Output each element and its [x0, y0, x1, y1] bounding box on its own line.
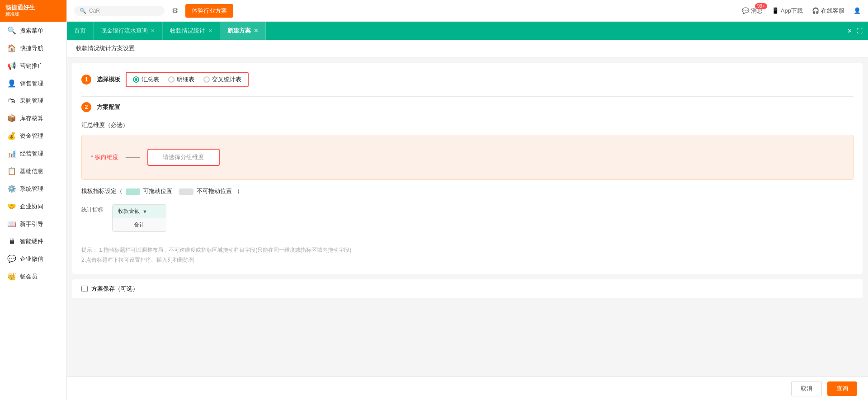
message-icon: 💬 [742, 7, 749, 14]
online-service-btn[interactable]: 🎧 在线客服 [812, 7, 844, 15]
radio-summary-circle [133, 76, 139, 83]
close-tab-cashflow-icon[interactable]: ✕ [151, 28, 155, 34]
group-dim-input[interactable]: 请选择分组维度 [147, 149, 220, 166]
radio-detail[interactable]: 明细表 [168, 75, 194, 84]
radio-summary-label: 汇总表 [142, 75, 159, 84]
indicator-col-total: 合计 [113, 218, 166, 231]
sidebar-item-marketing[interactable]: 📢 营销推广 [0, 57, 66, 75]
online-service-label: 在线客服 [821, 7, 844, 15]
sidebar-item-label: 系统管理 [20, 185, 43, 193]
sidebar-item-collab[interactable]: 🤝 企业协同 [0, 198, 66, 215]
inventory-icon: 📦 [7, 114, 16, 122]
tab-cashflow-label: 现金银行流水查询 [101, 27, 148, 35]
sidebar-item-label: 经营管理 [20, 150, 43, 158]
divider1 [81, 96, 854, 97]
arrow-icon: —— [126, 153, 140, 161]
tab-new-plan[interactable]: 新建方案 ✕ [220, 22, 266, 40]
sidebar-item-sales[interactable]: 👤 销售管理 [0, 75, 66, 92]
settings-gear-icon[interactable]: ⚙ [172, 6, 178, 15]
sidebar-item-member[interactable]: 👑 畅会员 [0, 268, 66, 285]
sidebar-item-system[interactable]: ⚙️ 系统管理 [0, 180, 66, 198]
trial-btn[interactable]: 体验行业方案 [185, 4, 233, 18]
basic-icon: 📋 [7, 167, 16, 175]
home-icon: 🏠 [7, 44, 16, 52]
purchase-icon: 🛍 [7, 97, 16, 105]
template-radio-group: 汇总表 明细表 交叉统计表 [126, 72, 249, 87]
tab-home[interactable]: 首页 [67, 22, 94, 40]
sidebar-item-management[interactable]: 📊 经营管理 [0, 145, 66, 162]
message-btn[interactable]: 💬 消息 99+ [742, 7, 763, 15]
marketing-icon: 📢 [7, 61, 16, 70]
tips-section: 提示： 1.拖动标题栏可以调整布局，不可跨维度或指标区域拖动栏目字段(只能在同一… [81, 245, 854, 265]
tabbar: 首页 现金银行流水查询 ✕ 收款情况统计 ✕ 新建方案 ✕ ✕ ⛶ [67, 22, 868, 40]
indicator-area: 统计指标 收款金额 ▼ 合计 [81, 200, 854, 236]
indicator-column-header[interactable]: 收款金额 ▼ [113, 205, 166, 218]
indicator-header-row: 模板指标设定（ 可拖动位置 不可拖动位置 ） [81, 187, 854, 195]
sidebar-item-label: 库存核算 [20, 114, 43, 122]
radio-cross[interactable]: 交叉统计表 [203, 75, 241, 84]
member-icon: 👑 [7, 272, 16, 281]
sidebar-item-label: 新手引导 [20, 220, 43, 228]
query-button[interactable]: 查询 [827, 381, 857, 396]
sidebar: 畅捷通好生 标准版 🔍 搜索菜单 🏠 快捷导航 📢 营销推广 👤 销售管理 🛍 … [0, 0, 67, 400]
maximize-icon[interactable]: ⛶ [857, 28, 863, 34]
dropdown-chevron-icon[interactable]: ▼ [142, 209, 147, 214]
radio-detail-circle [168, 76, 175, 83]
search-icon: 🔍 [80, 8, 86, 14]
topbar-search[interactable]: 🔍 CaR [74, 6, 165, 16]
radio-cross-label: 交叉统计表 [212, 75, 241, 84]
sidebar-logo: 畅捷通好生 标准版 [0, 0, 66, 22]
sidebar-item-label: 采购管理 [20, 97, 43, 105]
sidebar-item-label: 企业协同 [20, 202, 43, 211]
app-download-btn[interactable]: 📱 App下载 [772, 7, 803, 15]
close-window-icon[interactable]: ✕ [847, 28, 852, 34]
sidebar-item-purchase[interactable]: 🛍 采购管理 [0, 92, 66, 109]
cancel-button[interactable]: 取消 [791, 381, 822, 396]
sidebar-item-label: 企业微信 [20, 255, 43, 263]
tab-receipts-label: 收款情况统计 [170, 27, 205, 35]
radio-detail-label: 明细表 [177, 75, 194, 84]
radio-summary[interactable]: 汇总表 [133, 75, 159, 84]
dimension-area: * 纵向维度 —— 请选择分组维度 [81, 135, 854, 180]
step1-num: 1 [81, 75, 91, 85]
sales-icon: 👤 [7, 79, 16, 88]
sidebar-item-guide[interactable]: 📖 新手引导 [0, 215, 66, 233]
close-tab-receipts-icon[interactable]: ✕ [208, 28, 212, 34]
user-icon: 👤 [854, 7, 861, 14]
sidebar-item-label: 快捷导航 [20, 44, 43, 52]
indicator-group-label: 统计指标 [81, 204, 103, 232]
sidebar-item-label: 智能硬件 [20, 237, 43, 245]
sidebar-item-nav[interactable]: 🏠 快捷导航 [0, 39, 66, 57]
indicator-col-label: 收款金额 [118, 207, 140, 215]
legend-draggable-box: 可拖动位置 [124, 188, 174, 194]
sidebar-item-label: 搜索菜单 [20, 27, 43, 35]
sidebar-item-basic[interactable]: 📋 基础信息 [0, 162, 66, 180]
app-download-label: App下载 [781, 7, 803, 15]
tab-new-plan-label: 新建方案 [227, 27, 251, 35]
management-icon: 📊 [7, 149, 16, 158]
sidebar-item-finance[interactable]: 💰 资金管理 [0, 127, 66, 145]
hardware-icon: 🖥 [7, 237, 16, 245]
sidebar-item-wechat[interactable]: 💬 企业微信 [0, 250, 66, 268]
sidebar-item-hardware[interactable]: 🖥 智能硬件 [0, 233, 66, 250]
tab-cashflow[interactable]: 现金银行流水查询 ✕ [94, 22, 163, 40]
footer: 取消 查询 [67, 376, 868, 400]
close-tab-new-plan-icon[interactable]: ✕ [254, 28, 258, 34]
save-section: 方案保存（可选） [72, 279, 863, 298]
vertical-dim-label: * 纵向维度 [91, 153, 118, 161]
logo-text: 畅捷通好生 [5, 4, 35, 11]
sidebar-item-label: 资金管理 [20, 132, 43, 140]
sidebar-item-search[interactable]: 🔍 搜索菜单 [0, 22, 66, 39]
tab-receipts[interactable]: 收款情况统计 ✕ [163, 22, 220, 40]
save-checkbox[interactable] [81, 286, 88, 292]
tab-home-label: 首页 [74, 27, 86, 35]
radio-cross-circle [203, 76, 210, 83]
topbar-right: 💬 消息 99+ 📱 App下载 🎧 在线客服 👤 [742, 7, 861, 15]
main-area: 🔍 CaR ⚙ 体验行业方案 💬 消息 99+ 📱 App下载 🎧 在线客服 👤 [67, 0, 868, 400]
user-avatar[interactable]: 👤 [854, 7, 861, 14]
wechat-icon: 💬 [7, 254, 16, 263]
app-icon: 📱 [772, 7, 779, 14]
logo-sub: 标准版 [5, 11, 35, 18]
sidebar-item-inventory[interactable]: 📦 库存核算 [0, 109, 66, 127]
indicator-title: 模板指标设定（ 可拖动位置 不可拖动位置 ） [81, 187, 243, 195]
